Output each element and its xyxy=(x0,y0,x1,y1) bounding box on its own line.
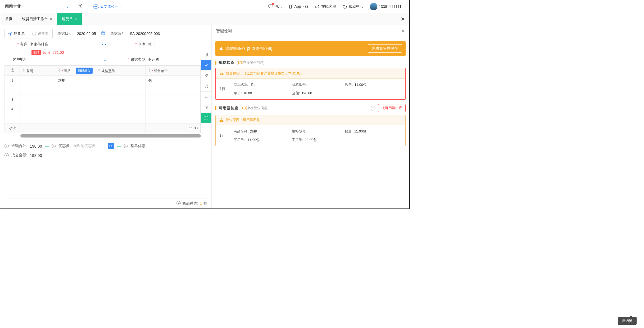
org-name: 图图大业 xyxy=(5,4,21,9)
date-value[interactable]: 2020-02-05 xyxy=(77,32,96,36)
horizontal-scrollbar[interactable] xyxy=(20,134,201,138)
table-row[interactable]: 2 xyxy=(5,85,201,95)
rail-yen-icon[interactable] xyxy=(201,102,211,113)
address-field: 客户地址 ⌄ xyxy=(4,57,107,62)
invoice-field: 票据类型 不开票 xyxy=(123,57,201,62)
rail-chart-icon[interactable] xyxy=(201,60,211,70)
price-check-summary: [1项存在警告问题] xyxy=(237,60,264,65)
deal-value: 198.00 xyxy=(30,153,42,158)
svg-point-9 xyxy=(206,96,207,97)
help-icon xyxy=(342,4,347,9)
try-experience-link[interactable]: 我要体验一下 xyxy=(93,4,122,9)
line-items-table: ▲▼条码 ▲▼商品扫码录入 ▲▼规格型号 ▲▼销售单位 1龙井包 2 3 4 小… xyxy=(5,65,201,133)
no-value: SA-20200205-003 xyxy=(130,32,160,36)
no-label: 单据编号 xyxy=(110,31,125,36)
dash-icon xyxy=(45,146,49,147)
ship-by-available-button[interactable]: 按可用量出库 xyxy=(378,104,406,112)
try-link-text: 我要体验一下 xyxy=(100,4,122,9)
support-button[interactable]: 在线客服 xyxy=(315,4,336,9)
subtotal-row: 小计11.00 xyxy=(5,123,201,133)
warehouse-input[interactable]: 总仓 xyxy=(148,42,201,47)
sort-icon[interactable]: ▲▼ xyxy=(58,68,61,72)
help-button[interactable]: 帮助中心 xyxy=(342,4,364,9)
customer-input[interactable]: 老张茶叶店 ··· xyxy=(30,42,107,47)
chevron-down-icon: ⌄ xyxy=(66,4,69,9)
tab-home[interactable]: 首页 xyxy=(0,13,17,25)
table-row[interactable]: 1龙井包 xyxy=(5,76,201,85)
close-icon[interactable]: ✕ xyxy=(49,17,52,21)
dash-icon xyxy=(117,146,121,147)
app-download-button[interactable]: App下载 xyxy=(288,4,309,9)
rail-expand-icon[interactable] xyxy=(201,113,211,123)
table-row[interactable]: 4 xyxy=(5,104,201,114)
sum-value: 198.00 xyxy=(30,144,42,148)
rail-person-icon[interactable] xyxy=(201,92,211,102)
table-row[interactable]: 3 xyxy=(5,95,201,104)
settings-gear-icon[interactable] xyxy=(78,3,83,10)
warehouse-field: 仓库 总仓 xyxy=(123,42,201,47)
stock-check-summary: [1项存在警告问题] xyxy=(241,106,268,110)
table-settings-icon[interactable] xyxy=(10,69,15,73)
help-question-icon[interactable]: ? xyxy=(371,106,375,110)
org-selector[interactable]: 图图大业 ⌄ xyxy=(5,4,69,9)
deal-icon: ✦ xyxy=(4,153,9,157)
svg-rect-1 xyxy=(269,5,272,7)
radio-return[interactable]: 退货单 xyxy=(29,29,52,38)
phone-icon xyxy=(288,4,293,9)
discount-icon: ◎ xyxy=(124,144,128,148)
planet-icon xyxy=(93,4,98,9)
coupon-icon: ％ xyxy=(52,144,56,148)
chevron-down-icon: ⌄ xyxy=(103,57,107,62)
scan-input-button[interactable]: 扫码录入 xyxy=(76,68,93,74)
messages-button[interactable]: 消息 xyxy=(268,4,282,9)
svg-point-3 xyxy=(290,7,291,8)
section-accent xyxy=(215,106,216,110)
stock-warning-card: 警告原因：可用量不足 1行 商品名称:龙井 规格型号: 数量:11.00包 可用… xyxy=(215,115,406,146)
coupon-input[interactable]: 无匹配优惠券 xyxy=(73,144,105,148)
svg-point-8 xyxy=(205,85,208,88)
user-menu[interactable]: 13381111111... xyxy=(370,3,405,10)
table-row[interactable] xyxy=(5,114,201,123)
invoice-input[interactable]: 不开票 xyxy=(148,57,201,62)
section-accent xyxy=(215,61,216,65)
ignore-save-button[interactable]: 忽略警告并保存 xyxy=(368,44,402,53)
tab-sales-order[interactable]: 销货单✕ xyxy=(57,13,82,25)
order-type-radio[interactable]: 销货单 退货单 xyxy=(4,29,53,38)
warning-bar: 单据未保存 [2 项警告问题] 忽略警告并保存 xyxy=(215,41,406,56)
date-label: 单据日期 xyxy=(57,31,72,36)
calendar-icon[interactable] xyxy=(101,31,106,37)
svg-point-0 xyxy=(80,5,81,7)
more-dots-icon[interactable]: ··· xyxy=(102,42,107,47)
rail-currency-icon[interactable] xyxy=(201,81,211,92)
sort-icon[interactable]: ▲▼ xyxy=(148,68,151,72)
close-icon[interactable]: ✕ xyxy=(74,17,77,21)
price-warning-card: 警告原因：你上次与该客户交易价格21，本次18元 1行 商品名称:龙井 规格型号… xyxy=(215,68,406,100)
panel-close-button[interactable]: ✕ xyxy=(401,28,405,34)
yen-icon: ¥ xyxy=(4,144,9,148)
svg-point-6 xyxy=(12,70,13,71)
close-all-tabs[interactable]: ✕ xyxy=(396,16,409,22)
svg-rect-5 xyxy=(102,32,105,35)
headset-icon xyxy=(315,4,320,9)
sort-icon[interactable]: ▲▼ xyxy=(22,68,25,72)
kinds-icon: ◉ xyxy=(176,201,181,205)
customer-field: 客户 老张茶叶店 ··· xyxy=(4,42,107,47)
warning-triangle-icon xyxy=(219,118,224,122)
warning-triangle-icon xyxy=(219,47,223,50)
tab-workbench[interactable]: 钱货日清工作台✕ xyxy=(17,13,57,25)
address-input[interactable]: ⌄ xyxy=(30,57,107,62)
radio-sale[interactable]: 销货单 xyxy=(5,29,29,38)
panel-title: 智能检测 xyxy=(216,29,232,34)
refresh-coupon-button[interactable]: ⟳ xyxy=(108,143,114,149)
rail-doc-icon[interactable] xyxy=(201,49,211,60)
settle-badge: 现结 xyxy=(31,50,41,55)
notification-dot xyxy=(272,3,274,5)
avatar xyxy=(370,3,377,10)
rail-link-icon[interactable] xyxy=(201,70,211,81)
warning-triangle-icon xyxy=(220,72,224,75)
sort-icon[interactable]: ▲▼ xyxy=(98,68,100,72)
